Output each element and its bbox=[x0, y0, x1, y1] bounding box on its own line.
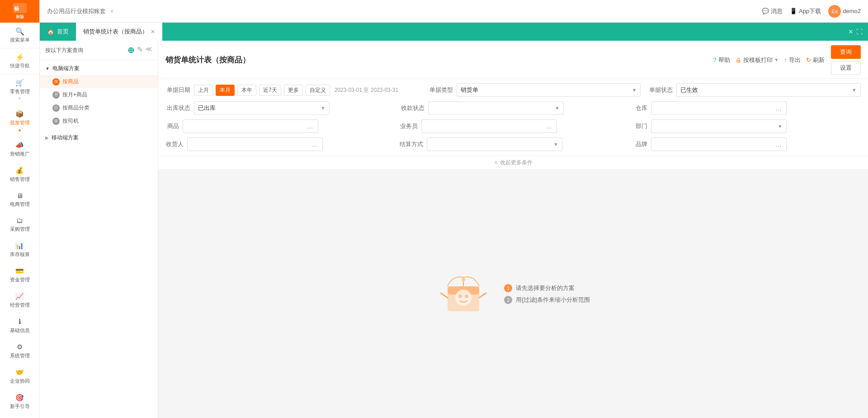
date-btn-this-month[interactable]: 本月 bbox=[216, 85, 235, 96]
tab-minimize-icon[interactable]: ✕ bbox=[848, 28, 854, 35]
by-month-icon: 月 bbox=[52, 91, 60, 99]
print-arrow: ▼ bbox=[774, 57, 779, 62]
collect-status-field: 收款状态 ▼ bbox=[400, 101, 627, 115]
retail-label: 零售管理 bbox=[10, 88, 30, 95]
message-btn[interactable]: 💬 消息 bbox=[762, 7, 783, 15]
salesperson-input[interactable]: … bbox=[421, 119, 557, 133]
app-download-btn[interactable]: 📱 App下载 bbox=[790, 7, 821, 15]
ecom-icon: 🖥 bbox=[16, 192, 23, 200]
app-logo: 畅 标版 bbox=[0, 0, 39, 23]
filter-row-2: 出库状态 已出库 ▼ 收款状态 ▼ 仓库 bbox=[165, 101, 861, 115]
user-btn[interactable]: Ea demo2 bbox=[828, 5, 861, 18]
svg-line-9 bbox=[441, 293, 448, 298]
sidebar-item-guide[interactable]: 🎯 新手引导 bbox=[0, 389, 39, 414]
home-icon: 🏠 bbox=[47, 28, 54, 35]
sidebar-item-ops[interactable]: 📈 经营管理 bbox=[0, 288, 39, 313]
date-btn-last-month[interactable]: 上月 bbox=[194, 85, 213, 96]
tab-close-icon[interactable]: ✕ bbox=[151, 28, 155, 35]
edit-scheme-icon[interactable]: ✎ bbox=[137, 45, 143, 55]
department-field: 部门 ▼ bbox=[634, 119, 861, 133]
date-btn-this-year[interactable]: 本年 bbox=[237, 85, 256, 96]
top-header: 办公用品行业模拟账套 ▼ 💬 消息 📱 App下载 Ea demo2 bbox=[40, 0, 868, 23]
sidebar-item-wholesale[interactable]: 📦 批发管理 ▲ bbox=[0, 105, 39, 137]
date-btn-custom[interactable]: 自定义 bbox=[306, 85, 330, 96]
sidebar-item-inventory[interactable]: 📊 库存核算 bbox=[0, 237, 39, 262]
out-status-label: 出库状态 bbox=[165, 104, 190, 112]
finance-icon: 💳 bbox=[15, 267, 24, 275]
sidebar-item-apps[interactable]: 📱 应用中心 bbox=[0, 414, 39, 418]
by-category-label: 按商品分类 bbox=[62, 104, 90, 112]
collapse-panel-icon[interactable]: ≪ bbox=[146, 45, 152, 55]
sidebar-item-company[interactable]: 🤝 企业协同 bbox=[0, 364, 39, 389]
sidebar-item-purchase[interactable]: 🗂 采购管理 bbox=[0, 212, 39, 237]
settings-btn[interactable]: 设置 bbox=[831, 61, 861, 75]
guide-label: 新手引导 bbox=[10, 403, 30, 410]
doc-status-input[interactable]: 已生效 ▼ bbox=[676, 83, 861, 97]
guide-icon: 🎯 bbox=[15, 394, 24, 402]
product-input[interactable]: … bbox=[183, 119, 318, 133]
wholesale-icon: 📦 bbox=[15, 110, 24, 118]
scheme-item-by-product[interactable]: 按 按商品 bbox=[40, 75, 158, 88]
brand-field: 品牌 … bbox=[634, 138, 861, 151]
desktop-group-title[interactable]: ▼ 电脑端方案 bbox=[40, 62, 158, 75]
marketing-label: 营销推广 bbox=[10, 151, 30, 157]
filter-row-1: 单据日期 上月 本月 本年 近7天 更多 自定义 2023-03-01 至 20… bbox=[165, 83, 861, 97]
by-product-label: 按商品 bbox=[62, 78, 79, 86]
hint1-num: 1 bbox=[504, 284, 512, 292]
svg-point-8 bbox=[462, 278, 465, 281]
help-btn[interactable]: ? 帮助 bbox=[713, 56, 730, 64]
sidebar-item-base[interactable]: ℹ 基础信息 bbox=[0, 313, 39, 338]
sidebar-item-system[interactable]: ⚙ 系统管理 bbox=[0, 338, 39, 364]
sidebar-item-marketing[interactable]: 📣 营销推广 bbox=[0, 137, 39, 162]
date-btn-more[interactable]: 更多 bbox=[284, 85, 303, 96]
tab-stats[interactable]: 销货单统计表（按商品） ✕ bbox=[76, 23, 162, 41]
left-panel-header: 按以下方案查询 ⊕ ✎ ≪ bbox=[40, 41, 158, 60]
sidebar-search-menu[interactable]: 🔍 搜索菜单 bbox=[0, 23, 39, 48]
tab-home[interactable]: 🏠 首页 bbox=[40, 23, 76, 41]
page-header: 销货单统计表（按商品） ? 帮助 🖨 按模板打印 ▼ bbox=[158, 41, 868, 79]
settlement-input[interactable]: ▼ bbox=[427, 138, 562, 151]
warehouse-label: 仓库 bbox=[634, 104, 647, 112]
collapse-bar[interactable]: ∧ 收起更多条件 bbox=[158, 156, 868, 170]
by-unit-icon: 按 bbox=[52, 118, 60, 125]
add-scheme-icon[interactable]: ⊕ bbox=[127, 45, 134, 55]
print-icon: 🖨 bbox=[736, 57, 741, 63]
warehouse-dots: … bbox=[775, 104, 783, 112]
date-btn-7days[interactable]: 近7天 bbox=[259, 85, 281, 96]
export-btn[interactable]: ↑ 导出 bbox=[784, 56, 801, 64]
recipient-input[interactable]: … bbox=[187, 138, 323, 151]
mobile-scheme-group: ▶ 移动端方案 bbox=[40, 129, 158, 146]
refresh-btn[interactable]: ↻ 刷新 bbox=[806, 56, 825, 64]
doc-status-label: 单据状态 bbox=[648, 86, 673, 94]
sidebar-item-ecom[interactable]: 🖥 电商管理 bbox=[0, 187, 39, 212]
refresh-label: 刷新 bbox=[813, 56, 825, 64]
mobile-group-title[interactable]: ▶ 移动端方案 bbox=[40, 131, 158, 144]
date-filter-buttons: 上月 本月 本年 近7天 更多 自定义 bbox=[194, 85, 330, 96]
print-btn[interactable]: 🖨 按模板打印 ▼ bbox=[736, 56, 779, 64]
sidebar-item-sales[interactable]: 💰 销售管理 bbox=[0, 162, 39, 187]
department-input[interactable]: ▼ bbox=[651, 119, 787, 133]
company-label: 企业协同 bbox=[10, 378, 30, 385]
date-range-text: 2023-03-01 至 2023-03-31 bbox=[335, 86, 398, 94]
sidebar-item-finance[interactable]: 💳 资金管理 bbox=[0, 262, 39, 288]
scheme-item-by-month[interactable]: 月 按月+商品 bbox=[40, 88, 158, 101]
scheme-item-by-category[interactable]: 回 按商品分类 bbox=[40, 101, 158, 114]
collect-status-input[interactable]: ▼ bbox=[428, 101, 564, 115]
collect-status-label: 收款状态 bbox=[400, 104, 425, 112]
sidebar-item-retail[interactable]: 🛒 零售管理 ▼ bbox=[0, 74, 39, 105]
wholesale-arrow: ▲ bbox=[18, 128, 22, 132]
sidebar-quick-nav[interactable]: ⚡ 快捷导航 bbox=[0, 48, 39, 74]
tab-maximize-icon[interactable]: ⛶ bbox=[856, 28, 863, 35]
message-icon: 💬 bbox=[762, 8, 769, 14]
search-menu-label: 搜索菜单 bbox=[4, 37, 36, 43]
mobile-group-arrow: ▶ bbox=[45, 135, 49, 140]
brand-input[interactable]: … bbox=[651, 138, 787, 151]
query-btn[interactable]: 查询 bbox=[831, 45, 861, 59]
empty-text: 1 请先选择要分析的方案 2 用[过滤]条件来缩小分析范围 bbox=[504, 284, 590, 304]
doc-type-input[interactable]: 销货单 ▼ bbox=[457, 83, 641, 97]
settlement-field: 结算方式 ▼ bbox=[400, 138, 627, 151]
out-status-input[interactable]: 已出库 ▼ bbox=[194, 101, 330, 115]
warehouse-input[interactable]: … bbox=[651, 101, 787, 115]
doc-type-field: 单据类型 销货单 ▼ bbox=[428, 83, 641, 97]
scheme-item-by-unit[interactable]: 按 按司机 bbox=[40, 114, 158, 128]
